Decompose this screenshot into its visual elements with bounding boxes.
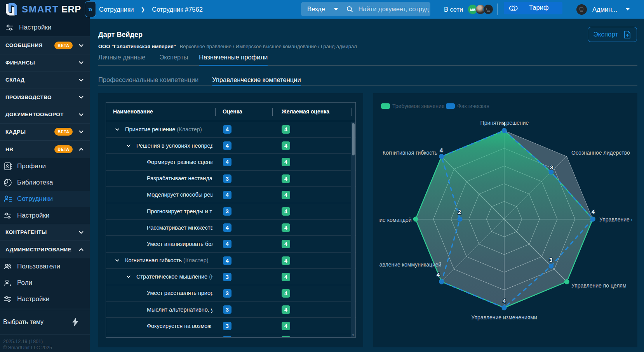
svg-text:Управление по целям: Управление по целям: [571, 282, 627, 289]
svg-text:Осознанное лидерство: Осознанное лидерство: [571, 150, 630, 156]
svg-text:3: 3: [549, 257, 552, 263]
svg-text:3: 3: [550, 164, 553, 171]
svg-text:4: 4: [440, 147, 443, 153]
svg-text:Требуемое значение: Требуемое значение: [392, 103, 445, 109]
svg-text:4: 4: [592, 209, 595, 215]
svg-text:2: 2: [458, 209, 461, 215]
svg-text:Фактическая: Фактическая: [457, 103, 489, 109]
svg-text:Управление изменениями: Управление изменениями: [471, 314, 537, 321]
svg-text:4: 4: [437, 272, 440, 278]
svg-text:Управление коммуникацией: Управление коммуникацией: [373, 261, 441, 268]
svg-text:4: 4: [503, 298, 506, 304]
svg-text:4: 4: [502, 121, 505, 127]
svg-text:Когнитивная гибкость: Когнитивная гибкость: [383, 150, 437, 156]
